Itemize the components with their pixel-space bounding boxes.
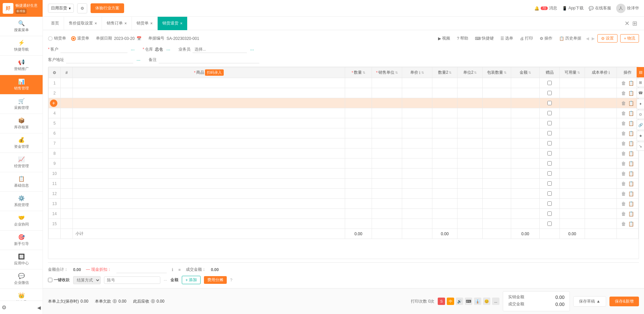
- video-btn[interactable]: ▶ 视频: [436, 35, 452, 42]
- row-up-14[interactable]: [402, 219, 432, 229]
- row-up-12[interactable]: [402, 199, 432, 209]
- gift-checkbox-2[interactable]: [547, 101, 552, 105]
- copy-icon-2[interactable]: 📋: [628, 101, 634, 106]
- row-cp-10[interactable]: [585, 179, 617, 189]
- row-su-14[interactable]: [372, 219, 402, 229]
- row-cp-1[interactable]: [585, 88, 617, 98]
- gift-cb-9[interactable]: [547, 171, 552, 176]
- row-qty-3[interactable]: [345, 108, 372, 118]
- row-qty-8[interactable]: [345, 159, 372, 169]
- tab-price-settings[interactable]: 售价提取设置×: [64, 17, 102, 30]
- row-pq-9[interactable]: [483, 169, 511, 179]
- row-su-13[interactable]: [372, 209, 402, 219]
- gift-cb-13[interactable]: [547, 211, 552, 216]
- row-gf-10[interactable]: [540, 179, 560, 189]
- one-click-checkbox[interactable]: [48, 278, 52, 282]
- row-gf-4[interactable]: [540, 118, 560, 128]
- settings-action-btn[interactable]: ⚙ 设置: [597, 34, 618, 43]
- row-up-11[interactable]: [402, 189, 432, 199]
- row-qty-9[interactable]: [345, 169, 372, 179]
- row-product-11[interactable]: [73, 189, 345, 199]
- row-am-12[interactable]: [511, 199, 540, 209]
- row-qty-11[interactable]: [345, 189, 372, 199]
- sidebar-item-inventory[interactable]: 📦库存核算: [0, 114, 43, 133]
- gift-cb-5[interactable]: [547, 131, 552, 135]
- row-amount-cell[interactable]: [511, 98, 540, 108]
- del-icon-4[interactable]: 🗑: [621, 121, 626, 126]
- row-gf-14[interactable]: [540, 219, 560, 229]
- row-am-4[interactable]: [511, 118, 540, 128]
- row-am-5[interactable]: [511, 128, 540, 138]
- del-icon-14[interactable]: 🗑: [621, 221, 626, 227]
- cp-icon-3[interactable]: 📋: [628, 111, 634, 116]
- del-icon-1[interactable]: 🗑: [621, 90, 626, 96]
- row-av-8[interactable]: [560, 159, 585, 169]
- row-qty2-cell[interactable]: [432, 98, 458, 108]
- del-icon-8[interactable]: 🗑: [621, 161, 626, 166]
- fee-split-btn[interactable]: 费用分摊: [204, 276, 227, 284]
- add-item-btn[interactable]: + 添加: [182, 276, 201, 284]
- radio-sales[interactable]: 销货单: [48, 36, 66, 41]
- float-btn-fb8[interactable]: ↗: [637, 142, 644, 151]
- del-icon-9[interactable]: 🗑: [621, 171, 626, 176]
- experience-button[interactable]: 体验行业方案: [91, 3, 124, 13]
- row-qty-10[interactable]: [345, 179, 372, 189]
- logistics-btn[interactable]: + 物流: [620, 34, 639, 43]
- settlement-method-select[interactable]: 结算方式: [73, 276, 101, 284]
- tab-sales-delivery[interactable]: 销货单×: [132, 17, 158, 30]
- del-icon-3[interactable]: 🗑: [621, 111, 626, 116]
- product-input-2[interactable]: [74, 101, 343, 106]
- radio-return[interactable]: 退货单: [71, 36, 89, 41]
- float-btn-fb5[interactable]: ⊙: [637, 110, 644, 119]
- row-product-6[interactable]: [73, 138, 345, 148]
- row-product-0[interactable]: [73, 78, 345, 88]
- row-u2-8[interactable]: [458, 159, 483, 169]
- sys-icon-6[interactable]: 😊: [483, 298, 490, 305]
- row-av-12[interactable]: [560, 199, 585, 209]
- float-btn-fb3[interactable]: ☎: [637, 88, 644, 98]
- row-u2-0[interactable]: [458, 78, 483, 88]
- row-qty-5[interactable]: [345, 128, 372, 138]
- calendar-icon[interactable]: 📅: [137, 36, 142, 41]
- row-am-8[interactable]: [511, 159, 540, 169]
- row-cp-8[interactable]: [585, 159, 617, 169]
- cp-icon-14[interactable]: 📋: [628, 221, 634, 227]
- row-q2-14[interactable]: [432, 219, 458, 229]
- row-q2-1[interactable]: [432, 88, 458, 98]
- delete-icon-2[interactable]: 🗑: [621, 101, 626, 106]
- sidebar-item-basic[interactable]: 📋基础信息: [0, 172, 43, 192]
- cp-icon-8[interactable]: 📋: [628, 161, 634, 166]
- row-gf-0[interactable]: [540, 78, 560, 88]
- row-am-0[interactable]: [511, 78, 540, 88]
- row-av-6[interactable]: [560, 138, 585, 148]
- cp-icon-7[interactable]: 📋: [628, 151, 634, 156]
- row-u2-11[interactable]: [458, 189, 483, 199]
- row-product-1[interactable]: [73, 88, 345, 98]
- float-btn-fb1[interactable]: ▤: [637, 67, 644, 77]
- gift-cb-12[interactable]: [547, 201, 552, 206]
- one-click-payment-check[interactable]: 一键收款: [48, 277, 70, 283]
- cp-icon-6[interactable]: 📋: [628, 141, 634, 146]
- row-cp-5[interactable]: [585, 128, 617, 138]
- row-u2-10[interactable]: [458, 179, 483, 189]
- address-input[interactable]: [66, 56, 133, 63]
- row-q2-8[interactable]: [432, 159, 458, 169]
- tab-sales-order[interactable]: 销售订单×: [102, 17, 132, 30]
- sidebar-item-sales[interactable]: 📊销售管理: [0, 75, 43, 95]
- row-su-8[interactable]: [372, 159, 402, 169]
- row-am-3[interactable]: [511, 108, 540, 118]
- row-pack-cell[interactable]: [483, 98, 511, 108]
- tab-close-current[interactable]: ✕: [625, 20, 630, 27]
- shortcut-btn[interactable]: ⌨ 快捷键: [473, 35, 496, 42]
- row-cp-11[interactable]: [585, 189, 617, 199]
- row-pq-6[interactable]: [483, 138, 511, 148]
- row-gift-cell[interactable]: [540, 98, 560, 108]
- del-icon-10[interactable]: 🗑: [621, 181, 626, 186]
- row-q2-3[interactable]: [432, 108, 458, 118]
- row-u2-4[interactable]: [458, 118, 483, 128]
- sidebar-item-member[interactable]: 👑畅会员: [0, 289, 43, 301]
- row-su-6[interactable]: [372, 138, 402, 148]
- row-u2-13[interactable]: [458, 209, 483, 219]
- row-gf-8[interactable]: [540, 159, 560, 169]
- row-gf-3[interactable]: [540, 108, 560, 118]
